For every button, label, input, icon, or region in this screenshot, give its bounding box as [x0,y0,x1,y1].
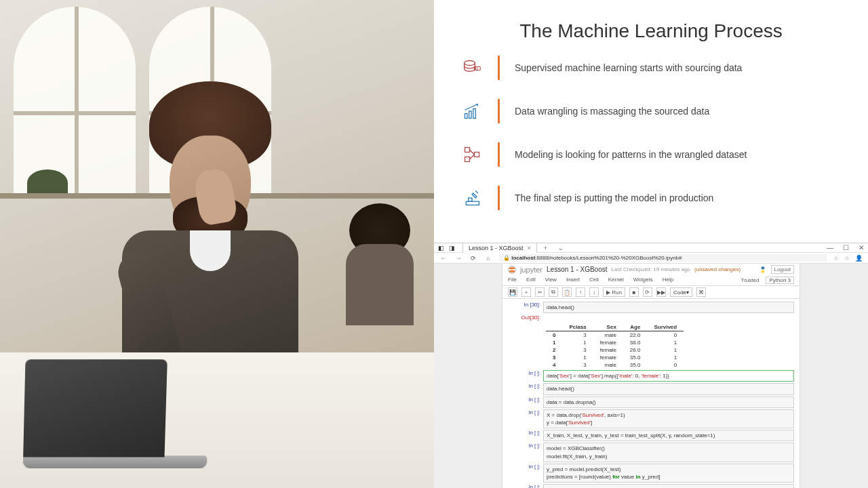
run-button[interactable]: ▶ Run [603,287,625,297]
maximize-button[interactable]: ☐ [843,244,849,251]
step-model: Modeling is looking for patterns in the … [461,142,841,167]
hero-photo [0,0,434,488]
flow-icon [461,144,483,165]
stop-button[interactable]: ■ [629,287,639,297]
move-up-button[interactable]: ↑ [576,287,585,297]
cell-input[interactable]: data['Sex'] = data['Sex'].map({'male': 0… [543,370,794,382]
new-tab-button[interactable]: + [540,245,551,251]
tab-title: Lesson 1 - XGBoost [469,245,524,251]
jupyter-logo-icon [508,266,516,274]
code-cell[interactable]: In [ ]:data.head() [508,383,794,394]
menu-cell[interactable]: Cell [589,277,599,284]
step-divider [498,142,500,167]
step-text: Modeling is looking for patterns in the … [515,149,747,160]
menu-view[interactable]: View [545,277,557,284]
save-button[interactable]: 💾 [508,287,517,297]
address-input[interactable]: 🔒 localhost:8888/notebooks/Lesson%201%20… [499,254,827,262]
cell-input[interactable]: X_train, X_test, y_train, y_test = train… [543,430,794,441]
back-button[interactable]: ← [439,254,448,262]
jupyter-menubar: File Edit View Insert Cell Kernel Widget… [502,275,800,286]
in-prompt: In [ ]: [508,383,543,394]
cell-input[interactable]: data = data.dropna() [543,396,794,408]
browser-titlebar: ◧ ◨ Lesson 1 - XGBoost× + ⌄ — ☐ ✕ [434,243,868,253]
code-cell[interactable]: In [ ]:X = data.drop('Survived', axis=1)… [508,409,794,428]
svg-rect-14 [466,201,479,205]
minimize-button[interactable]: — [827,244,833,251]
step-wrangle: Data wrangling is massaging the sourced … [461,99,841,123]
kernel-indicator[interactable]: Python 3 [766,277,794,284]
code-cell[interactable]: In [ ]:model = XGBClassifier()model.fit(… [508,443,794,462]
restart-button[interactable]: ⟳ [643,287,652,297]
favorites-bar-button[interactable]: ☆ [844,255,850,262]
close-icon[interactable]: × [528,245,531,251]
code-cell[interactable]: In [ ]:y_pred = model.predict(X_test)pre… [508,464,794,483]
cell-type-select[interactable]: Code ▾ [670,287,692,297]
home-button[interactable]: ⌂ [484,254,492,262]
svg-rect-10 [475,152,479,157]
step-text: Data wrangling is massaging the sourced … [515,106,709,117]
unsaved-indicator: (unsaved changes) [694,266,741,272]
in-prompt: In [ ]: [508,370,543,382]
cell-input[interactable]: data.head() [543,383,794,394]
svg-rect-11 [465,157,470,162]
move-down-button[interactable]: ↓ [589,287,599,297]
paste-button[interactable]: 📋 [562,287,572,297]
cell-input[interactable]: data.head() [543,302,794,313]
in-prompt: In [ ]: [508,464,543,483]
menu-insert[interactable]: Insert [566,277,580,284]
code-cell[interactable]: In [ ]:X_train, X_test, y_train, y_test … [508,430,794,441]
step-divider [498,99,500,123]
browser-tab[interactable]: Lesson 1 - XGBoost× [462,243,537,253]
svg-line-16 [475,191,478,194]
jupyter-toolbar: 💾 + ✂ ⧉ 📋 ↑ ↓ ▶ Run ■ ⟳ ▶▶ Code ▾ ⌘ [502,286,800,299]
menu-file[interactable]: File [508,277,517,284]
notebook-cells: In [30]:data.head() Out[30]: PclassSexAg… [502,299,800,488]
cell-input[interactable]: X = data.drop('Survived', axis=1)y = dat… [543,409,794,428]
run-all-button[interactable]: ▶▶ [656,287,666,297]
menu-edit[interactable]: Edit [526,277,536,284]
in-prompt: In [ ]: [508,396,543,408]
svg-rect-6 [473,109,476,119]
svg-line-13 [470,155,475,159]
cell-input[interactable]: from sklearn.metrics import accuracy_sco… [543,484,794,488]
svg-rect-4 [465,114,468,119]
menu-widgets[interactable]: Widgets [633,277,653,284]
in-prompt: In [ ]: [508,443,543,462]
step-source: Supervised machine learning starts with … [461,56,841,80]
step-text: The final step is putting the model in p… [515,192,713,203]
in-prompt: In [ ]: [508,484,543,488]
output-cell: Out[30]: [508,314,794,321]
svg-line-12 [470,150,475,155]
favorite-button[interactable]: ☆ [833,255,839,262]
process-steps: Supervised machine learning starts with … [434,56,868,210]
code-cell[interactable]: In [30]:data.head() [508,302,794,313]
code-cell[interactable]: In [ ]:data = data.dropna() [508,396,794,408]
menu-help[interactable]: Help [663,277,673,284]
svg-rect-15 [469,198,472,201]
app-icon: ◨ [449,245,456,251]
code-cell[interactable]: In [ ]:data['Sex'] = data['Sex'].map({'m… [508,370,794,382]
jupyter-page: jupyter Lesson 1 - XGBoost Last Checkpoi… [434,264,868,488]
add-cell-button[interactable]: + [521,287,531,297]
forward-button[interactable]: → [454,254,462,262]
cell-input[interactable]: model = XGBClassifier()model.fit(X_train… [543,443,794,462]
tab-menu-button[interactable]: ⌄ [554,245,568,251]
browser-address-bar: ← → ⟳ ⌂ 🔒 localhost:8888/notebooks/Lesso… [434,253,868,264]
notebook-title[interactable]: Lesson 1 - XGBoost [547,266,608,273]
copy-button[interactable]: ⧉ [549,287,558,297]
background-person [339,203,420,325]
reload-button[interactable]: ⟳ [469,254,477,262]
laptop [22,366,222,468]
foreground-person [102,81,319,366]
close-button[interactable]: ✕ [859,244,864,251]
step-divider [498,56,500,80]
step-text: Supervised machine learning starts with … [515,62,742,73]
cut-button[interactable]: ✂ [535,287,545,297]
logout-button[interactable]: Logout [771,265,794,274]
menu-kernel[interactable]: Kernel [608,277,624,284]
command-palette-button[interactable]: ⌘ [696,287,706,297]
svg-rect-9 [465,148,470,152]
cell-input[interactable]: y_pred = model.predict(X_test)prediction… [543,464,794,483]
profile-button[interactable]: 👤 [855,255,863,262]
code-cell[interactable]: In [ ]:from sklearn.metrics import accur… [508,484,794,488]
